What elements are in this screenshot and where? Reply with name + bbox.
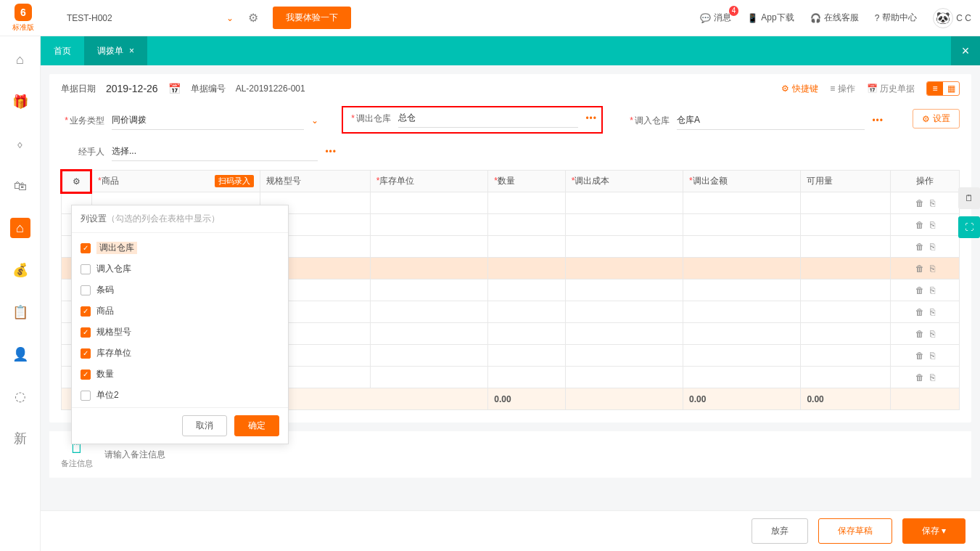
card-view-icon[interactable]: ▦	[943, 82, 959, 95]
delete-icon[interactable]: 🗑	[915, 220, 924, 230]
field-handler[interactable]: 经手人 选择... •••	[61, 142, 337, 161]
calendar-icon[interactable]: 📅	[168, 83, 181, 94]
operate-button[interactable]: ≡ 操作	[830, 83, 855, 95]
delete-icon[interactable]: 🗑	[915, 198, 924, 208]
checkbox-icon[interactable]: ✓	[81, 327, 91, 338]
copy-icon[interactable]: ⎘	[930, 264, 935, 274]
remark-input[interactable]	[104, 449, 960, 460]
nav-warehouse-icon[interactable]: ⌂	[10, 218, 30, 238]
delete-icon[interactable]: 🗑	[915, 329, 924, 339]
doc-info-row: 单据日期 2019-12-26 📅 单据编号 AL-20191226-001 ⚙…	[61, 81, 960, 96]
col-qty[interactable]: *数量	[488, 171, 565, 192]
popup-cancel-button[interactable]: 取消	[182, 415, 227, 436]
checkbox-icon[interactable]	[81, 391, 91, 401]
org-name: TEST-H002	[67, 13, 112, 23]
save-draft-button[interactable]: 保存草稿	[818, 518, 892, 544]
doc-number: AL-20191226-001	[236, 83, 305, 94]
tab-home[interactable]: 首页	[41, 36, 84, 65]
nav-bag-icon[interactable]: 🛍	[10, 176, 30, 196]
app-download-button[interactable]: 📱App下载	[747, 12, 794, 24]
checkbox-icon[interactable]: ✓	[81, 243, 91, 253]
checkbox-icon[interactable]: ✓	[81, 348, 91, 359]
col-outamount[interactable]: *调出金额	[683, 171, 801, 192]
tab-bar: 首页 调拨单 × ×	[41, 36, 980, 65]
popup-item[interactable]: ✓规格型号	[81, 322, 279, 343]
doc-date[interactable]: 2019-12-26	[106, 83, 158, 94]
col-unit[interactable]: *库存单位	[370, 171, 487, 192]
delete-icon[interactable]: 🗑	[915, 372, 924, 383]
col-spec[interactable]: 规格型号	[260, 171, 371, 192]
checkbox-icon[interactable]: ✓	[81, 370, 91, 380]
popup-item[interactable]: ✓库存单位	[81, 343, 279, 364]
app-logo: 6 标准版	[9, 4, 38, 33]
field-biztype[interactable]: *业务类型 同价调拨 ⌄	[61, 109, 318, 132]
copy-icon[interactable]: ⎘	[930, 329, 935, 339]
delete-icon[interactable]: 🗑	[915, 264, 924, 274]
delete-icon[interactable]: 🗑	[915, 285, 924, 295]
popup-item[interactable]: 调入仓库	[81, 258, 279, 279]
popup-item[interactable]: 单位2	[81, 385, 279, 406]
popup-list[interactable]: ✓调出仓库调入仓库条码✓商品✓规格型号✓库存单位✓数量单位2	[72, 233, 288, 407]
copy-icon[interactable]: ⎘	[930, 285, 935, 295]
trial-button[interactable]: 我要体验一下	[273, 7, 351, 29]
nav-clipboard-icon[interactable]: 📋	[10, 302, 30, 322]
nav-gift-icon[interactable]: 🎁	[10, 91, 30, 112]
discard-button[interactable]: 放弃	[752, 518, 808, 544]
side-expand-icon[interactable]: ⛶	[958, 216, 980, 238]
checkbox-icon[interactable]	[81, 285, 91, 295]
copy-icon[interactable]: ⎘	[930, 198, 935, 208]
org-selector[interactable]: TEST-H002 ⌄	[59, 7, 241, 29]
history-button[interactable]: 📅 历史单据	[867, 83, 915, 95]
side-float: 🗒 ⛶	[958, 187, 980, 238]
gear-icon[interactable]: ⚙	[248, 11, 258, 25]
settings-button[interactable]: ⚙ 设置	[913, 109, 960, 128]
view-toggle[interactable]: ≡ ▦	[926, 81, 960, 96]
more-icon[interactable]: •••	[585, 113, 597, 123]
field-out-warehouse[interactable]: *调出仓库 总仓 •••	[342, 106, 603, 134]
list-view-icon[interactable]: ≡	[927, 82, 943, 95]
customer-service-button[interactable]: 🎧在线客服	[810, 12, 859, 24]
popup-item[interactable]: ✓调出仓库	[81, 237, 279, 258]
total-outamount: 0.00	[801, 388, 891, 410]
nav-new-icon[interactable]: 新	[10, 428, 30, 449]
help-button[interactable]: ?帮助中心	[875, 12, 918, 24]
delete-icon[interactable]: 🗑	[915, 307, 924, 317]
phone-icon: 📱	[747, 13, 758, 23]
popup-item[interactable]: 条码	[81, 279, 279, 301]
popup-ok-button[interactable]: 确定	[234, 415, 279, 436]
messages-button[interactable]: 💬 消息 4	[700, 12, 731, 24]
nav-money-icon[interactable]: 💰	[10, 260, 30, 280]
tabbar-close-button[interactable]: ×	[951, 36, 980, 65]
field-in-warehouse[interactable]: *调入仓库 仓库A •••	[626, 109, 884, 132]
side-note-icon[interactable]: 🗒	[958, 187, 980, 209]
col-ops: 操作	[891, 171, 960, 192]
copy-icon[interactable]: ⎘	[930, 372, 935, 383]
nav-home-icon[interactable]: ⌂	[10, 49, 30, 70]
more-icon[interactable]: •••	[872, 115, 884, 126]
more-icon[interactable]: •••	[325, 147, 337, 157]
column-settings-button[interactable]: ⚙	[62, 171, 92, 192]
delete-icon[interactable]: 🗑	[915, 351, 924, 361]
scan-badge[interactable]: 扫码录入	[215, 175, 254, 187]
nav-contact-icon[interactable]: 👤	[10, 344, 30, 364]
checkbox-icon[interactable]: ✓	[81, 306, 91, 317]
copy-icon[interactable]: ⎘	[930, 220, 935, 230]
copy-icon[interactable]: ⎘	[930, 351, 935, 361]
copy-icon[interactable]: ⎘	[930, 307, 935, 317]
popup-item[interactable]: ✓商品	[81, 301, 279, 322]
tab-transfer[interactable]: 调拨单 ×	[84, 36, 147, 65]
copy-icon[interactable]: ⎘	[930, 242, 935, 252]
save-button[interactable]: 保存 ▾	[902, 518, 965, 544]
checkbox-icon[interactable]	[81, 264, 91, 274]
col-outcost[interactable]: *调出成本	[565, 171, 683, 192]
col-product[interactable]: *商品扫码录入	[92, 171, 260, 192]
col-avail[interactable]: 可用量	[801, 171, 891, 192]
nav-loading-icon[interactable]: ◌	[10, 386, 30, 407]
nav-price-icon[interactable]: ⬨	[10, 134, 30, 154]
popup-item[interactable]: ✓数量	[81, 364, 279, 385]
delete-icon[interactable]: 🗑	[915, 242, 924, 252]
close-icon[interactable]: ×	[129, 46, 134, 56]
shortcut-button[interactable]: ⚙ 快捷键	[781, 83, 818, 95]
topbar: 6 标准版 TEST-H002 ⌄ ⚙ 我要体验一下 💬 消息 4 📱App下载…	[0, 0, 980, 36]
user-menu[interactable]: 🐼 C C	[933, 8, 971, 28]
